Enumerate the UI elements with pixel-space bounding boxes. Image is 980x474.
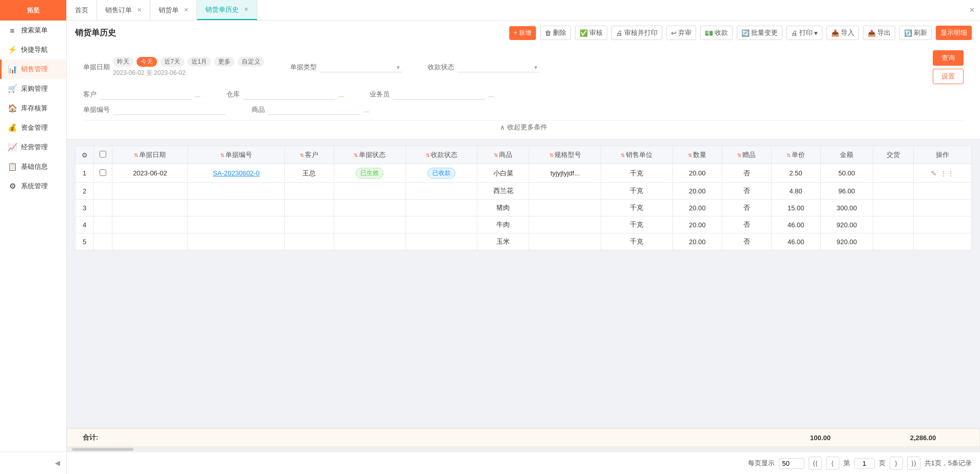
sidebar-item-operations[interactable]: 📈 经营管理 xyxy=(0,137,66,157)
date-pill-custom[interactable]: 自定义 xyxy=(238,57,264,67)
scrollbar-thumb[interactable] xyxy=(72,448,133,451)
date-pill-7days[interactable]: 近7天 xyxy=(160,57,184,67)
col-collection-status[interactable]: ⇅收款状态 xyxy=(406,146,477,164)
sort-icon-doc-status: ⇅ xyxy=(354,152,358,158)
first-page-btn[interactable]: ⟨⟨ xyxy=(809,457,822,470)
sidebar-item-search-menu[interactable]: ≡ 搜索菜单 xyxy=(0,21,66,40)
row-checkbox-0[interactable] xyxy=(94,164,112,183)
tab-bar-close[interactable]: ✕ xyxy=(964,0,980,20)
sidebar-item-sales[interactable]: 📊 销售管理 xyxy=(0,60,66,79)
date-pill-1month[interactable]: 近1月 xyxy=(187,57,212,67)
date-pill-yesterday[interactable]: 昨天 xyxy=(113,57,133,67)
sidebar-item-system[interactable]: ⚙ 系统管理 xyxy=(0,176,66,196)
tab-home[interactable]: 首页 xyxy=(67,0,97,20)
collection-status-select-wrapper xyxy=(457,62,540,72)
more-icon[interactable]: ⋮⋮ xyxy=(940,169,954,177)
delete-button[interactable]: 🗑 删除 xyxy=(540,26,571,40)
row-amount-1: 96.00 xyxy=(820,183,873,200)
col-spec-type[interactable]: ⇅规格型号 xyxy=(529,146,601,164)
sidebar-item-base-info[interactable]: 📋 基础信息 xyxy=(0,157,66,176)
page-label: 第 xyxy=(843,459,850,468)
collection-status-select[interactable] xyxy=(457,62,540,72)
goods-dots[interactable]: ... xyxy=(363,106,369,114)
col-doc-number[interactable]: ⇅单据编号 xyxy=(188,146,285,164)
col-sales-unit[interactable]: ⇅销售单位 xyxy=(601,146,673,164)
tab-sales-history-close[interactable]: ✕ xyxy=(244,6,248,13)
row-transaction-0 xyxy=(873,164,913,183)
tab-sales-order[interactable]: 销售订单 ✕ xyxy=(97,0,150,20)
sidebar: 拓坚 ≡ 搜索菜单 ⚡ 快捷导航 📊 销售管理 🛒 采购管理 🏠 库存核算 💰 … xyxy=(0,0,67,474)
col-goods[interactable]: ⇅商品 xyxy=(477,146,529,164)
row-checkbox-4[interactable] xyxy=(94,233,112,250)
sidebar-logo: 拓坚 xyxy=(0,0,66,21)
doc-type-select[interactable] xyxy=(320,62,402,72)
review-print-button[interactable]: 🖨 审核并打印 xyxy=(611,26,662,40)
col-transaction: 交货 xyxy=(873,146,913,164)
date-pill-more[interactable]: 更多 xyxy=(214,57,235,67)
salesperson-input[interactable] xyxy=(393,89,485,100)
query-button[interactable]: 查询 xyxy=(933,50,964,66)
edit-icon[interactable]: ✎ xyxy=(931,169,937,177)
row-doc-number-0[interactable]: SA-20230602-0 xyxy=(188,164,285,183)
show-detail-button[interactable]: 显示明细 xyxy=(936,26,972,40)
collect-button[interactable]: 💵 收款 xyxy=(700,26,733,40)
col-doc-status[interactable]: ⇅单据状态 xyxy=(334,146,406,164)
sort-icon-customer: ⇅ xyxy=(300,152,304,158)
sidebar-item-quick-nav[interactable]: ⚡ 快捷导航 xyxy=(0,40,66,60)
print-button[interactable]: 🖨 打印 ▾ xyxy=(786,26,822,40)
import-button[interactable]: 📥 导入 xyxy=(827,26,859,40)
warehouse-input[interactable] xyxy=(243,89,335,100)
batch-change-button[interactable]: 🔄 批量变更 xyxy=(737,26,782,40)
row-checkbox-1[interactable] xyxy=(94,183,112,200)
tab-sales-delivery[interactable]: 销货单 ✕ xyxy=(150,0,197,20)
collection-status-label: 收款状态 xyxy=(428,63,454,72)
col-settings[interactable]: ⚙ xyxy=(75,146,94,164)
tab-sales-order-close[interactable]: ✕ xyxy=(137,7,142,13)
col-quantity[interactable]: ⇅数量 xyxy=(672,146,722,164)
next-page-btn[interactable]: ⟩ xyxy=(890,457,903,470)
prev-page-btn[interactable]: ⟨ xyxy=(826,457,839,470)
goods-input[interactable] xyxy=(268,105,360,115)
row-checkbox-2[interactable] xyxy=(94,200,112,216)
page-size-label: 每页显示 xyxy=(748,459,775,468)
row-checkbox-3[interactable] xyxy=(94,216,112,233)
refresh-button[interactable]: 🔃 刷新 xyxy=(899,26,932,40)
review-print-icon: 🖨 xyxy=(616,29,623,37)
page-size-select[interactable]: 50 100 xyxy=(779,458,804,469)
date-pills: 昨天 今天 近7天 近1月 更多 自定义 xyxy=(113,57,264,67)
select-all-checkbox[interactable] xyxy=(100,151,106,157)
row-gift-0: 否 xyxy=(722,164,771,183)
sidebar-collapse-btn[interactable]: ◀ xyxy=(0,456,66,470)
sidebar-item-purchase[interactable]: 🛒 采购管理 xyxy=(0,79,66,98)
col-gift[interactable]: ⇅赠品 xyxy=(722,146,771,164)
review-button[interactable]: ✅ 审核 xyxy=(575,26,607,40)
row-transaction-4 xyxy=(873,233,913,250)
doc-number-input[interactable] xyxy=(113,105,226,115)
last-page-btn[interactable]: ⟩⟩ xyxy=(907,457,920,470)
col-doc-date[interactable]: ⇅单据日期 xyxy=(112,146,188,164)
abandon-button[interactable]: ↩ 弃审 xyxy=(666,26,696,40)
sidebar-item-label: 经营管理 xyxy=(21,143,48,152)
page-input[interactable] xyxy=(854,458,875,469)
sidebar-item-inventory[interactable]: 🏠 库存核算 xyxy=(0,98,66,118)
tab-sales-delivery-close[interactable]: ✕ xyxy=(184,7,188,13)
col-checkbox[interactable] xyxy=(94,146,112,164)
export-button[interactable]: 📤 导出 xyxy=(863,26,895,40)
customer-input[interactable] xyxy=(100,89,192,100)
doc-number-link[interactable]: SA-20230602-0 xyxy=(213,169,260,177)
scrollbar-area[interactable] xyxy=(67,447,980,452)
col-unit-price[interactable]: ⇅单价 xyxy=(771,146,820,164)
sidebar-item-finance[interactable]: 💰 资金管理 xyxy=(0,118,66,137)
customer-dots[interactable]: ... xyxy=(195,91,201,98)
row-doc-status-3 xyxy=(334,216,406,233)
col-customer[interactable]: ⇅客户 xyxy=(284,146,334,164)
row-checkbox[interactable] xyxy=(100,169,106,176)
new-button[interactable]: + 新增 xyxy=(509,26,536,40)
warehouse-dots[interactable]: ... xyxy=(338,91,344,98)
date-pill-today[interactable]: 今天 xyxy=(137,57,157,67)
tab-sales-history[interactable]: 销货单历史 ✕ xyxy=(197,0,257,20)
collapse-filter-btn[interactable]: ∧ 收起更多条件 xyxy=(83,120,964,134)
sort-icon-quantity: ⇅ xyxy=(688,152,692,158)
salesperson-dots[interactable]: ... xyxy=(488,91,494,98)
settings-button[interactable]: 设置 xyxy=(933,69,964,84)
